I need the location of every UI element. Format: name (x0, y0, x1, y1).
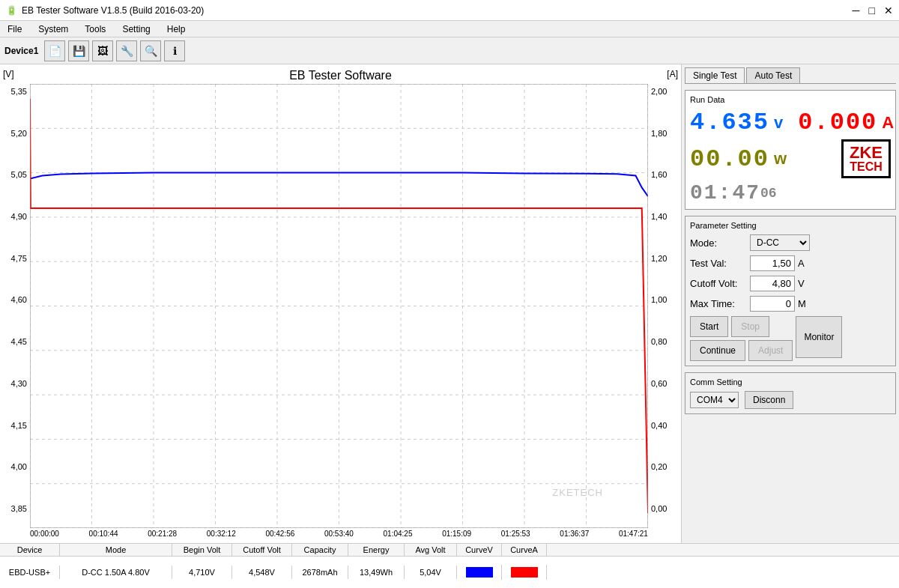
th-avg-volt: Avg Volt (405, 544, 457, 556)
info-button[interactable]: ℹ (164, 40, 185, 61)
search-button[interactable]: 🔍 (140, 40, 161, 61)
td-cutoff-volt: 4,548V (232, 566, 292, 579)
chart-canvas: ZKETECH (30, 84, 648, 528)
x-2: 00:21:28 (148, 530, 177, 538)
td-capacity: 2678mAh (292, 566, 348, 579)
param-label: Parameter Setting (690, 221, 891, 230)
y-right-10: 0,00 (651, 504, 667, 513)
minimize-button[interactable]: ─ (853, 4, 860, 16)
x-6: 01:04:25 (384, 530, 413, 538)
comm-row: COM4 COM1 COM2 COM3 COM5 Disconn (690, 391, 891, 409)
monitor-button[interactable]: Monitor (796, 316, 842, 358)
save-button[interactable]: 💾 (68, 40, 89, 61)
x-axis: 00:00:00 00:10:44 00:21:28 00:32:12 00:4… (0, 528, 681, 543)
tech-text: TECH (850, 161, 883, 173)
maximize-button[interactable]: □ (869, 4, 875, 16)
y-left-7: 4,30 (11, 379, 27, 388)
y-right-5: 1,00 (651, 295, 667, 304)
th-cutoff-volt: Cutoff Volt (232, 544, 292, 556)
disconn-button[interactable]: Disconn (745, 391, 793, 409)
tab-single-test[interactable]: Single Test (685, 67, 745, 83)
start-button[interactable]: Start (690, 316, 728, 337)
cutoff-volt-input[interactable] (750, 276, 795, 291)
right-panel: Single Test Auto Test Run Data 4.635 v 0… (682, 64, 899, 543)
chart-area: EB Tester Software [V] [A] 5,35 5,20 5,0… (0, 64, 682, 543)
y-axis-left: 5,35 5,20 5,05 4,90 4,75 4,60 4,45 4,30 … (0, 84, 30, 528)
time-minutes: 47 (732, 181, 760, 204)
test-val-input[interactable] (750, 255, 795, 271)
y-axis-right: 2,00 1,80 1,60 1,40 1,20 1,00 0,80 0,60 … (648, 84, 681, 528)
device-label: Device1 (4, 46, 38, 56)
action-buttons: Start Stop Continue Adjust Monitor (690, 316, 891, 361)
adjust-button[interactable]: Adjust (748, 340, 793, 361)
run-data-row3: 01 : 47 06 (690, 181, 891, 204)
y-right-4: 1,20 (651, 254, 667, 263)
mode-select[interactable]: D-CC D-CV D-CW D-CR (750, 234, 810, 251)
close-button[interactable]: ✕ (884, 4, 893, 16)
td-avg-volt: 5,04V (405, 566, 457, 579)
main-content: EB Tester Software [V] [A] 5,35 5,20 5,0… (0, 64, 899, 543)
x-10: 01:47:21 (619, 530, 648, 538)
menu-system[interactable]: System (34, 22, 73, 36)
continue-button[interactable]: Continue (690, 340, 745, 361)
run-data-section: Run Data 4.635 v 0.000 A 00.00 w ZKE TEC… (685, 90, 896, 210)
settings-button[interactable]: 🔧 (116, 40, 137, 61)
mode-row: Mode: D-CC D-CV D-CW D-CR (690, 234, 891, 251)
y-left-1: 5,20 (11, 129, 27, 138)
zke-text: ZKE (850, 145, 883, 161)
td-device: EBD-USB+ (0, 566, 60, 579)
chart-canvas-element (30, 84, 648, 528)
menu-setting[interactable]: Setting (118, 22, 154, 36)
time-sep1: : (718, 181, 733, 204)
th-mode: Mode (60, 544, 172, 556)
run-data-row1: 4.635 v 0.000 A (690, 109, 891, 136)
voltage-unit: v (774, 113, 783, 133)
x-5: 00:53:40 (324, 530, 354, 538)
test-val-row: Test Val: A (690, 255, 891, 271)
time-hours: 01 (690, 181, 718, 204)
td-energy: 13,49Wh (348, 566, 405, 579)
x-0: 00:00:00 (30, 530, 59, 538)
y-right-8: 0,40 (651, 421, 667, 430)
com-port-select[interactable]: COM4 COM1 COM2 COM3 COM5 (690, 392, 739, 408)
status-table: Device Mode Begin Volt Cutoff Volt Capac… (0, 543, 899, 588)
menu-help[interactable]: Help (163, 22, 190, 36)
test-val-label: Test Val: (690, 258, 750, 269)
toolbar: Device1 📄 💾 🖼 🔧 🔍 ℹ (0, 37, 899, 64)
x-1: 00:10:44 (89, 530, 118, 538)
title-bar-controls[interactable]: ─ □ ✕ (853, 4, 893, 16)
th-curve-a: CurveA (502, 544, 547, 556)
td-curve-a (502, 565, 547, 580)
x-7: 01:15:09 (442, 530, 471, 538)
current-display: 0.000 (798, 109, 877, 136)
cutoff-volt-unit: V (798, 278, 805, 289)
menu-bar: File System Tools Setting Help (0, 21, 899, 37)
new-button[interactable]: 📄 (44, 40, 65, 61)
th-energy: Energy (348, 544, 405, 556)
stop-button[interactable]: Stop (731, 316, 769, 337)
param-setting-section: Parameter Setting Mode: D-CC D-CV D-CW D… (685, 216, 896, 366)
menu-tools[interactable]: Tools (80, 22, 110, 36)
chart-unit-left: [V] (3, 69, 14, 79)
primary-buttons: Start Stop Continue Adjust (690, 316, 793, 361)
app-icon: 🔋 (6, 5, 17, 16)
y-right-6: 0,80 (651, 337, 667, 346)
x-4: 00:42:56 (265, 530, 294, 538)
btn-row-2: Continue Adjust (690, 340, 793, 361)
th-device: Device (0, 544, 60, 556)
y-left-4: 4,75 (11, 254, 27, 263)
y-right-1: 1,80 (651, 129, 667, 138)
y-right-9: 0,20 (651, 462, 667, 471)
menu-file[interactable]: File (3, 22, 26, 36)
mode-label: Mode: (690, 237, 750, 249)
image-button[interactable]: 🖼 (92, 40, 113, 61)
app-title: EB Tester Software V1.8.5 (Build 2016-03… (22, 5, 204, 16)
cutoff-volt-label: Cutoff Volt: (690, 278, 750, 289)
max-time-input[interactable] (750, 296, 795, 312)
zke-logo: ZKE TECH (841, 139, 891, 178)
test-val-unit: A (798, 258, 805, 269)
comm-label: Comm Setting (690, 378, 891, 387)
x-9: 01:36:37 (560, 530, 589, 538)
voltage-display: 4.635 (690, 109, 769, 136)
tab-auto-test[interactable]: Auto Test (746, 67, 800, 83)
